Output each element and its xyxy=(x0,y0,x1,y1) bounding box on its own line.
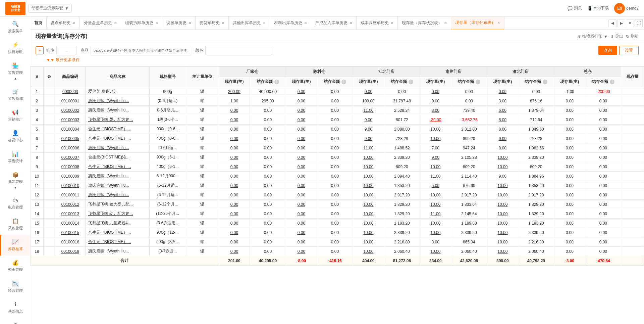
jiangbei-qty[interactable]: 9.00 xyxy=(353,134,384,143)
yubei-qty[interactable]: 10.00 xyxy=(487,247,518,256)
product-name[interactable]: 惠氏启赋（Wyeth illu... xyxy=(85,181,149,190)
product-name[interactable]: 飞鹤星飞帆 较大婴儿配... xyxy=(85,200,149,209)
jiangbei-qty[interactable]: 11.00 xyxy=(353,143,384,153)
product-code[interactable]: 00100005 xyxy=(55,134,85,143)
factory-qty[interactable]: 0.00 xyxy=(219,228,250,237)
tab-next-button[interactable]: ▶ xyxy=(617,19,625,27)
info-icon[interactable]: i xyxy=(543,80,547,84)
sidebar-item-member[interactable]: 👤 会员中心 xyxy=(0,126,30,147)
user-menu[interactable]: Ea demo2 xyxy=(614,3,639,14)
tab-inventory-sub[interactable]: 分量盘点单历史 ✕ xyxy=(80,17,121,30)
nanan-qty[interactable]: 10.00 xyxy=(420,134,451,143)
sidebar-item-wholesale[interactable]: 📦 批发管理 ▼ xyxy=(0,168,30,193)
factory-qty[interactable]: 0.00 xyxy=(219,134,250,143)
yubei-qty[interactable]: 8.00 xyxy=(487,125,518,134)
color-input[interactable] xyxy=(205,46,272,55)
close-icon[interactable]: ✕ xyxy=(155,21,158,25)
nanan-qty[interactable]: 10.00 xyxy=(420,200,451,209)
product-name[interactable]: 惠氏启赋（Wyeth illu... xyxy=(85,247,149,256)
product-input[interactable] xyxy=(91,46,191,55)
factory-qty[interactable]: 0.00 xyxy=(219,172,250,181)
jiangbei-qty[interactable]: 9.00 xyxy=(353,125,384,134)
tab-stock-dist[interactable]: 现存量（库存分布表） ✕ xyxy=(451,17,504,30)
jiangbei-qty[interactable]: 0.00 xyxy=(353,87,384,96)
nanan-qty[interactable]: 10.00 xyxy=(420,219,451,228)
chencun-qty[interactable]: 0.00 xyxy=(286,172,317,181)
nanan-qty[interactable]: 10.00 xyxy=(420,228,451,237)
tab-disassemble[interactable]: 组装拆卸单历史 ✕ xyxy=(121,17,162,30)
jiangbei-qty[interactable]: 9.00 xyxy=(353,115,384,125)
product-code[interactable]: 00100018 xyxy=(55,247,85,256)
factory-qty[interactable]: 0.00 xyxy=(219,143,250,153)
tab-home[interactable]: 首页 xyxy=(30,17,47,30)
product-code[interactable]: 00100006 xyxy=(55,143,85,153)
sidebar-item-inventory[interactable]: 📈 库存核算 xyxy=(0,235,30,256)
tab-transfer[interactable]: 调拨单历史 ✕ xyxy=(162,17,196,30)
close-icon[interactable]: ✕ xyxy=(222,21,224,25)
tab-order-goods[interactable]: 要货单历史 ✕ xyxy=(196,17,229,30)
factory-qty[interactable]: 0.00 xyxy=(219,209,250,219)
factory-qty[interactable]: 0.00 xyxy=(219,247,250,256)
refresh-button[interactable]: ↻ 刷新 xyxy=(626,34,639,39)
yubei-qty[interactable]: 8.00 xyxy=(487,143,518,153)
filter-expand-icon[interactable]: » xyxy=(36,46,44,54)
sidebar-item-ecommerce[interactable]: 🛍 电商管理 xyxy=(0,193,30,214)
nanan-qty[interactable]: 3.00 xyxy=(420,237,451,247)
settings-button[interactable]: 设置 xyxy=(619,46,639,55)
product-name[interactable]: 合生元(BIOSTIME)沁... xyxy=(85,153,149,162)
warehouse-input[interactable]: ... xyxy=(56,46,76,55)
product-code[interactable]: 00100014 xyxy=(55,219,85,228)
close-icon[interactable]: ✕ xyxy=(350,21,352,25)
chencun-qty[interactable]: 0.00 xyxy=(286,190,317,200)
chencun-qty[interactable]: 0.00 xyxy=(286,153,317,162)
sidebar-item-operations[interactable]: 📉 经营管理 xyxy=(0,276,30,297)
factory-qty[interactable]: 0.00 xyxy=(219,162,250,172)
nanan-qty[interactable]: 0.00 xyxy=(420,87,451,96)
filter-expand[interactable]: ▼▼ 展开更多条件 xyxy=(46,57,639,63)
jiangbei-qty[interactable]: 10.00 xyxy=(353,237,384,247)
nanan-qty[interactable]: 10.00 xyxy=(420,247,451,256)
factory-qty[interactable]: 0.00 xyxy=(219,190,250,200)
jiangbei-qty[interactable]: 109.00 xyxy=(353,96,384,106)
tab-material-out[interactable]: 材料出库单历史 ✕ xyxy=(270,17,311,30)
tab-stock-status[interactable]: 现存量（库存状况表） ✕ xyxy=(398,17,451,30)
tab-expand-button[interactable]: ⛶ xyxy=(635,19,643,27)
jiangbei-qty[interactable]: 10.00 xyxy=(353,181,384,190)
message-button[interactable]: 💬 消息 xyxy=(568,5,582,11)
export-button[interactable]: ⬇ 导出 xyxy=(610,34,623,39)
industry-selector[interactable]: 母婴行业演示陈套 ▼ xyxy=(28,4,72,13)
nanan-qty[interactable]: 9.00 xyxy=(420,153,451,162)
yubei-qty[interactable]: 10.00 xyxy=(487,219,518,228)
yubei-qty[interactable]: 8.00 xyxy=(487,115,518,125)
sidebar-item-quick-nav[interactable]: ⚡ 快捷导航 xyxy=(0,38,30,58)
jiangbei-qty[interactable]: 10.00 xyxy=(353,162,384,172)
product-code[interactable]: 00100016 xyxy=(55,237,85,247)
chencun-qty[interactable]: 0.00 xyxy=(286,134,317,143)
product-code[interactable]: 00100009 xyxy=(55,172,85,181)
product-code[interactable]: 00100015 xyxy=(55,228,85,237)
sidebar-item-retail-mall[interactable]: 🛒 零售商城 xyxy=(0,84,30,105)
yubei-qty[interactable]: 9.00 xyxy=(487,172,518,181)
yubei-qty[interactable]: 10.00 xyxy=(487,181,518,190)
info-icon[interactable]: i xyxy=(274,80,279,84)
tab-prev-button[interactable]: ◀ xyxy=(608,19,616,27)
chencun-qty[interactable]: 0.00 xyxy=(286,237,317,247)
close-icon[interactable]: ✕ xyxy=(263,21,266,25)
product-name[interactable]: 合生元（BIOSTIME）... xyxy=(85,134,149,143)
tab-other-out[interactable]: 其他出库单历史 ✕ xyxy=(229,17,270,30)
yubei-qty[interactable]: 10.00 xyxy=(487,228,518,237)
sidebar-item-basic[interactable]: ℹ 基础信息 xyxy=(0,297,30,318)
yubei-qty[interactable]: 10.00 xyxy=(487,190,518,200)
product-code[interactable]: 0000003 xyxy=(55,87,85,96)
chencun-qty[interactable]: 0.00 xyxy=(286,228,317,237)
jiangbei-qty[interactable]: 10.00 xyxy=(353,200,384,209)
yubei-qty[interactable]: 0.00 xyxy=(487,87,518,96)
chencun-qty[interactable]: 0.00 xyxy=(286,162,317,172)
factory-qty[interactable]: 200.00 xyxy=(219,87,250,96)
factory-qty[interactable]: 0.00 xyxy=(219,237,250,247)
factory-qty[interactable]: 0.00 xyxy=(219,125,250,134)
close-icon[interactable]: ✕ xyxy=(304,21,307,25)
factory-qty[interactable]: 0.00 xyxy=(219,106,250,115)
factory-qty[interactable]: 0.00 xyxy=(219,219,250,228)
chencun-qty[interactable]: 0.00 xyxy=(286,115,317,125)
